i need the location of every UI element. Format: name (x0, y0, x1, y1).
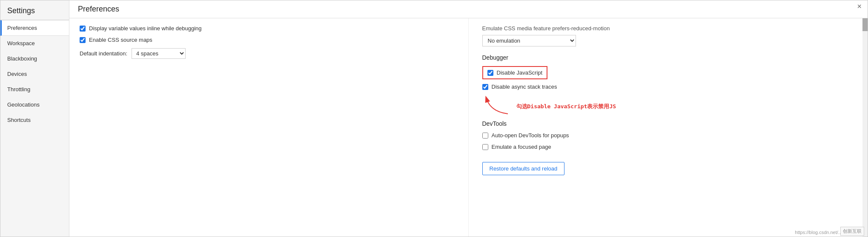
main-area: Preferences Display variable values inli… (69, 0, 868, 237)
disable-js-checkbox[interactable] (487, 70, 493, 76)
annotation-text: 勾选Disable JavaScript表示禁用JS (516, 103, 616, 110)
disable-async-row: Disable async stack traces (482, 84, 854, 90)
right-panel: Emulate CSS media feature prefers-reduce… (469, 18, 868, 237)
disable-js-row: Disable JavaScript (482, 66, 548, 79)
sidebar-item-throttling[interactable]: Throttling (0, 82, 69, 97)
devtools-section: DevTools Auto-open DevTools for popups E… (482, 120, 854, 150)
css-source-maps-row: Enable CSS source maps (80, 37, 458, 43)
sidebar-item-geolocations[interactable]: Geolocations (0, 97, 69, 113)
close-button[interactable]: × (857, 2, 862, 11)
indentation-row: Default indentation: 2 spaces 4 spaces 8… (80, 48, 458, 59)
arrow-icon (482, 97, 512, 116)
disable-async-label: Disable async stack traces (492, 84, 557, 90)
emulation-select[interactable]: No emulation prefers-reduced-motion: red… (482, 35, 576, 46)
left-panel: Display variable values inline while deb… (69, 18, 469, 237)
sidebar: Settings Preferences Workspace Blackboxi… (0, 0, 69, 237)
settings-title: Settings (0, 0, 69, 20)
auto-open-row: Auto-open DevTools for popups (482, 132, 854, 139)
breadcrumb-title: Preferences (78, 5, 119, 14)
scrollbar-track (862, 18, 868, 237)
disable-async-checkbox[interactable] (482, 84, 488, 90)
emulate-section: Emulate CSS media feature prefers-reduce… (482, 25, 854, 46)
content-area: Display variable values inline while deb… (69, 18, 868, 237)
emulate-focused-label: Emulate a focused page (492, 144, 551, 150)
emulate-focused-row: Emulate a focused page (482, 144, 854, 150)
disable-js-label: Disable JavaScript (497, 69, 543, 76)
watermark: https://blog.csdn.net/... (795, 230, 842, 235)
emulate-focused-checkbox[interactable] (482, 144, 488, 150)
indentation-select[interactable]: 2 spaces 4 spaces 8 spaces Tab character (132, 48, 186, 59)
devtools-title: DevTools (482, 120, 854, 127)
brand-logo: 创新互联 (840, 227, 864, 236)
display-variable-label: Display variable values inline while deb… (89, 25, 202, 32)
restore-defaults-button[interactable]: Restore defaults and reload (482, 162, 565, 175)
breadcrumb-bar: Preferences (69, 0, 868, 18)
annotation-area: 勾选Disable JavaScript表示禁用JS (482, 97, 854, 116)
sidebar-item-preferences[interactable]: Preferences (0, 20, 69, 36)
auto-open-label: Auto-open DevTools for popups (492, 132, 569, 139)
sidebar-item-blackboxing[interactable]: Blackboxing (0, 51, 69, 66)
debugger-section: Debugger Disable JavaScript Disable asyn… (482, 54, 854, 90)
sidebar-item-shortcuts[interactable]: Shortcuts (0, 113, 69, 128)
debugger-title: Debugger (482, 54, 854, 61)
css-source-maps-checkbox[interactable] (80, 37, 86, 43)
sidebar-item-devices[interactable]: Devices (0, 66, 69, 82)
scrollbar-thumb[interactable] (862, 18, 868, 31)
css-source-maps-label: Enable CSS source maps (89, 37, 152, 43)
display-variable-checkbox[interactable] (80, 26, 86, 32)
display-variable-row: Display variable values inline while deb… (80, 25, 458, 32)
indentation-label: Default indentation: (80, 50, 127, 57)
emulate-dropdown-row: No emulation prefers-reduced-motion: red… (482, 35, 854, 46)
auto-open-checkbox[interactable] (482, 133, 488, 139)
emulate-section-label: Emulate CSS media feature prefers-reduce… (482, 25, 854, 32)
sidebar-item-workspace[interactable]: Workspace (0, 36, 69, 51)
